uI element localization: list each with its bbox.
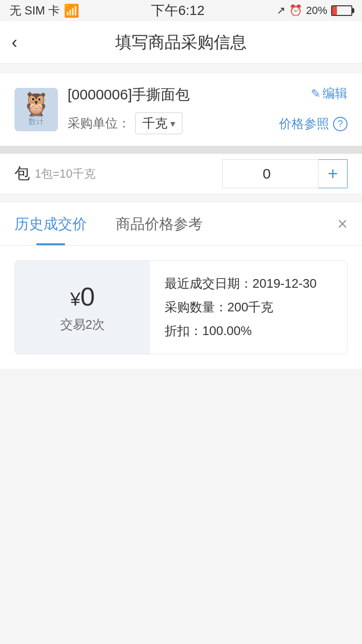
status-bar: 无 SIM 卡 📶 下午6:12 ↗ ⏰ 20% [0,0,362,21]
quantity-input[interactable] [222,159,319,188]
chevron-down-icon: ▾ [170,118,175,129]
quantity-input-group: + [222,159,348,188]
unit-value: 千克 [142,115,167,132]
product-card: 🦉 数计 [0000006]手撕面包 采购单位： 千克 ▾ ✎ 编辑 [0,73,362,146]
unit-label: 采购单位： [68,115,130,132]
tabs-header: 历史成交价 商品价格参考 × [0,203,362,245]
status-left: 无 SIM 卡 📶 [10,3,79,18]
product-right: ✎ 编辑 价格参照 ? [279,85,348,132]
unit-select[interactable]: 千克 ▾ [135,112,182,134]
edit-label: 编辑 [322,85,348,102]
tabs-list: 历史成交价 商品价格参考 [14,203,337,245]
product-info: [0000006]手撕面包 采购单位： 千克 ▾ [68,85,190,134]
price-value: 0 [81,282,95,311]
location-icon: ↗ [277,4,285,17]
price-amount: ¥0 [70,281,95,311]
status-right: ↗ ⏰ 20% [277,4,352,17]
price-card-right: 最近成交日期：2019-12-30 采购数量：200千克 折扣：100.00% [150,261,347,354]
product-name: [0000006]手撕面包 [68,85,190,105]
edit-button[interactable]: ✎ 编辑 [311,85,348,102]
currency-symbol: ¥ [70,289,80,309]
price-ref-info-icon[interactable]: ? [333,117,348,131]
discount-value: 100.00% [202,323,252,338]
product-logo-text: 数计 [28,117,44,127]
price-purchase-qty: 采购数量：200千克 [165,299,333,316]
quantity-plus-button[interactable]: + [319,159,348,188]
product-thumbnail: 🦉 数计 [14,88,58,131]
tab-active-underline [36,243,65,245]
battery-percent: 20% [306,4,327,17]
main-content-area [0,369,362,644]
separator-bar [0,146,362,154]
product-header: 🦉 数计 [0000006]手撕面包 采购单位： 千克 ▾ ✎ 编辑 [14,85,348,134]
tabs-close-button[interactable]: × [337,214,348,234]
product-unit-row: 采购单位： 千克 ▾ [68,112,190,134]
price-recent-date: 最近成交日期：2019-12-30 [165,275,333,292]
nav-bar: ‹ 填写商品采购信息 [0,21,362,64]
price-card-left: ¥0 交易2次 [15,261,150,354]
no-sim-text: 无 SIM 卡 [10,3,60,18]
recent-date-value: 2019-12-30 [252,276,317,291]
battery-icon [331,5,352,16]
purchase-qty-label: 采购数量： [165,300,227,314]
edit-icon: ✎ [311,87,320,100]
product-logo-icon: 🦉 [22,93,51,116]
quantity-section: 包 1包=10千克 + [0,154,362,193]
product-left: 🦉 数计 [0000006]手撕面包 采购单位： 千克 ▾ [14,85,190,134]
wifi-icon: 📶 [64,3,79,18]
discount-label: 折扣： [165,323,202,338]
history-content: ¥0 交易2次 最近成交日期：2019-12-30 采购数量：200千克 折扣：… [0,246,362,369]
quantity-label: 包 1包=10千克 [14,163,96,184]
tab-history-price[interactable]: 历史成交价 [14,203,87,245]
tabs-container: 历史成交价 商品价格参考 × [0,203,362,246]
price-ref-row: 价格参照 ? [279,115,348,132]
price-card: ¥0 交易2次 最近成交日期：2019-12-30 采购数量：200千克 折扣：… [14,260,348,354]
status-time: 下午6:12 [151,1,205,20]
price-ref-button[interactable]: 价格参照 [279,115,329,132]
alarm-icon: ⏰ [289,4,302,17]
tab-product-price-ref[interactable]: 商品价格参考 [116,203,203,245]
recent-date-label: 最近成交日期： [165,276,252,291]
price-discount: 折扣：100.00% [165,322,333,339]
back-button[interactable]: ‹ [12,32,17,53]
page-title: 填写商品采购信息 [115,31,247,54]
price-trades: 交易2次 [60,316,105,333]
purchase-qty-value: 200千克 [227,300,273,314]
bao-unit-desc: 1包=10千克 [35,166,96,182]
bao-unit-char: 包 [14,163,30,184]
